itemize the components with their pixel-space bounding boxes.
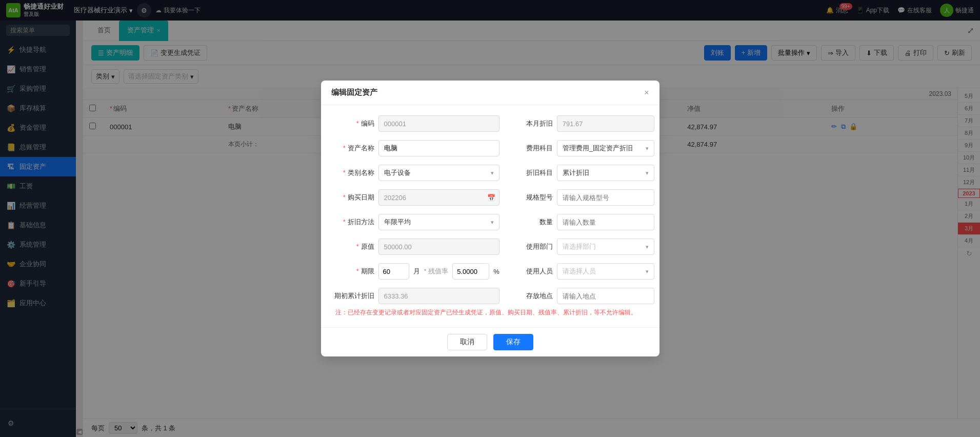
form-item-user: 使用人员 请选择人员 ▾ [512, 263, 654, 280]
form-item-expense-account: 费用科目 管理费用_固定资产折旧 ▾ [512, 140, 654, 156]
dept-select[interactable]: 请选择部门 ▾ [557, 239, 654, 255]
original-value-label: * 原值 [333, 242, 374, 251]
dept-label: 使用部门 [512, 242, 553, 251]
user-chevron-icon: ▾ [646, 268, 649, 275]
modal-overlay: 编辑固定资产 × * 编码 本月折旧 * 资产名称 [0, 0, 980, 437]
code-label: * 编码 [333, 119, 374, 128]
category-select[interactable]: 电子设备 ▾ [378, 165, 499, 181]
spec-input[interactable] [557, 189, 654, 206]
form-item-location: 存放地点 [512, 288, 654, 304]
period-label: * 期限 [333, 267, 374, 276]
monthly-dep-label: 本月折旧 [512, 119, 553, 128]
purchase-date-label: * 购买日期 [333, 193, 374, 202]
residual-rate-input[interactable] [452, 263, 489, 280]
user-placeholder: 请选择人员 [563, 267, 596, 276]
form-item-spec: 规格型号 [512, 189, 654, 206]
modal-body: * 编码 本月折旧 * 资产名称 费用科目 管理费用_固定资产折旧 ▾ [321, 105, 659, 327]
edit-asset-modal: 编辑固定资产 × * 编码 本月折旧 * 资产名称 [321, 81, 659, 356]
user-select[interactable]: 请选择人员 ▾ [557, 263, 654, 280]
code-input[interactable] [378, 115, 499, 132]
category-chevron-icon: ▾ [491, 170, 494, 176]
period-input[interactable] [378, 263, 409, 280]
cancel-button[interactable]: 取消 [447, 334, 487, 350]
name-label: * 资产名称 [333, 144, 374, 153]
expense-account-value: 管理费用_固定资产折旧 [563, 144, 633, 153]
quantity-input[interactable] [557, 214, 654, 230]
dep-method-select[interactable]: 年限平均 ▾ [378, 214, 499, 230]
category-value: 电子设备 [384, 168, 411, 177]
dep-account-label: 折旧科目 [512, 168, 553, 177]
form-item-init-dep: 期初累计折旧 [333, 288, 499, 304]
dep-account-value: 累计折旧 [563, 168, 589, 177]
category-form-label: * 类别名称 [333, 168, 374, 177]
monthly-dep-input [557, 115, 654, 132]
purchase-date-wrap: 📅 [378, 189, 499, 206]
original-value-input[interactable] [378, 239, 499, 255]
expense-chevron-icon: ▾ [646, 145, 649, 152]
expense-account-label: 费用科目 [512, 144, 553, 153]
modal-footer: 取消 保存 [321, 327, 659, 356]
dept-chevron-icon: ▾ [646, 244, 649, 250]
purchase-date-input[interactable] [378, 189, 499, 206]
residual-rate-unit: % [493, 268, 499, 275]
form-item-dep-account: 折旧科目 累计折旧 ▾ [512, 165, 654, 181]
dept-placeholder: 请选择部门 [563, 242, 596, 251]
dep-account-chevron-icon: ▾ [646, 170, 649, 176]
init-dep-label: 期初累计折旧 [333, 291, 374, 301]
modal-header: 编辑固定资产 × [321, 81, 659, 105]
init-dep-input[interactable] [378, 288, 499, 304]
dep-method-value: 年限平均 [384, 217, 411, 227]
name-input[interactable] [378, 140, 499, 156]
form-item-code: * 编码 [333, 115, 499, 132]
dep-method-label: * 折旧方法 [333, 217, 374, 227]
form-grid: * 编码 本月折旧 * 资产名称 费用科目 管理费用_固定资产折旧 ▾ [333, 115, 647, 304]
modal-close-button[interactable]: × [644, 88, 649, 97]
residual-rate-label: * 残值率 [424, 267, 449, 276]
period-row: 月 * 残值率 % [378, 263, 499, 280]
form-item-dept: 使用部门 请选择部门 ▾ [512, 239, 654, 255]
form-item-monthly-dep: 本月折旧 [512, 115, 654, 132]
expense-account-select[interactable]: 管理费用_固定资产折旧 ▾ [557, 140, 654, 156]
location-label: 存放地点 [512, 291, 553, 301]
form-item-purchase-date: * 购买日期 📅 [333, 189, 499, 206]
modal-title: 编辑固定资产 [331, 88, 377, 97]
period-unit: 月 [413, 267, 420, 276]
form-item-name: * 资产名称 [333, 140, 499, 156]
form-item-quantity: 数量 [512, 214, 654, 230]
form-item-original-value: * 原值 [333, 239, 499, 255]
spec-label: 规格型号 [512, 193, 553, 202]
form-item-dep-method: * 折旧方法 年限平均 ▾ [333, 214, 499, 230]
location-input[interactable] [557, 288, 654, 304]
dep-method-chevron-icon: ▾ [491, 219, 494, 226]
form-item-category: * 类别名称 电子设备 ▾ [333, 165, 499, 181]
calendar-icon[interactable]: 📅 [487, 194, 495, 202]
user-label: 使用人员 [512, 267, 553, 276]
save-button[interactable]: 保存 [493, 334, 533, 350]
quantity-label: 数量 [512, 217, 553, 227]
form-item-period: * 期限 月 * 残值率 % [333, 263, 499, 280]
modal-note: 注：已经存在变更记录或者对应固定资产已经生成凭证，原值、购买日期、残值率、累计折… [333, 308, 647, 317]
dep-account-select[interactable]: 累计折旧 ▾ [557, 165, 654, 181]
